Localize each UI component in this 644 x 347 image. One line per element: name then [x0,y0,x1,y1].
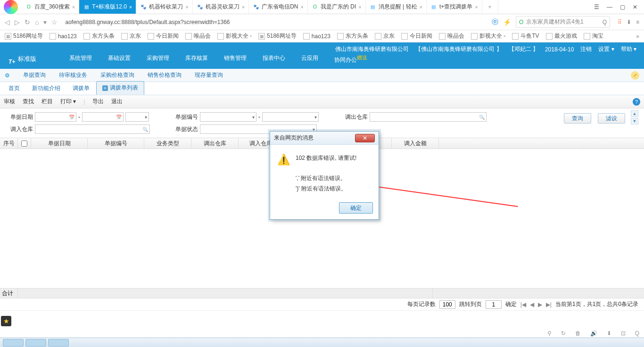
menu-item[interactable]: 销售管理 [224,54,247,64]
col-docno[interactable]: 单据编号 [88,138,144,149]
toolbar-print[interactable]: 打印 ▾ [60,98,76,106]
prev-page-icon[interactable]: ◀ [530,301,534,308]
dialog-ok-button[interactable]: 确定 [339,202,373,214]
tool-icon[interactable]: ⊡ [621,330,626,337]
date-to-input[interactable] [82,112,124,122]
first-page-icon[interactable]: |◀ [520,301,526,308]
toolbar-find[interactable]: 查找 [23,98,34,106]
toolbar-exit[interactable]: 退出 [111,98,123,106]
last-page-icon[interactable]: ▶| [546,301,552,308]
col-check[interactable] [18,138,31,149]
close-icon[interactable]: × [420,4,422,10]
close-icon[interactable]: ✕ [633,4,637,10]
filter-button[interactable]: 滤设 [598,113,625,124]
browser-tab[interactable]: 🐾机器铃砍菜刀× [136,0,192,14]
outwh-input[interactable] [370,112,487,122]
bookmark-item[interactable]: 最火游戏 [546,32,577,40]
bookmark-item[interactable]: ▦5186网址导 [258,32,297,40]
jump-page-input[interactable] [486,300,502,309]
browser-tab[interactable]: 🐾广东省电信DN× [249,0,308,14]
menu-item[interactable]: 库存核算 [185,54,208,64]
tool-icon[interactable]: ↻ [561,330,566,337]
page-tab[interactable]: ×调拨单列表 [96,81,144,95]
bookmark-item[interactable]: 影视大全 - [471,32,505,40]
bookmark-item[interactable]: 东方头条 [83,32,115,40]
close-icon[interactable]: × [301,4,304,10]
close-icon[interactable]: × [102,85,108,91]
date-preset-select[interactable] [125,112,149,122]
flash-icon[interactable]: ⚡ [503,18,511,26]
page-tab[interactable]: 新功能介绍 [26,82,66,95]
bookmark-item[interactable]: ▦5186网址导 [5,32,43,40]
close-icon[interactable]: × [185,4,188,10]
reload-icon[interactable]: ↻ [25,18,30,26]
browser-tab[interactable]: 🐾机器灵砍菜刀× [193,0,249,14]
secbar-item[interactable]: 待审核业务 [59,71,87,79]
scroll-down-icon[interactable]: ▼ [631,118,638,124]
toolbar-export[interactable]: 导出 [92,98,104,106]
date-from-input[interactable] [35,112,76,122]
expand-icon[interactable]: ⤢ [631,71,639,80]
scroll-up-icon[interactable]: ▲ [631,110,638,117]
menu-item[interactable]: 基础设置 [108,54,131,64]
gear-icon[interactable]: ⚙ [5,72,10,79]
settings-link[interactable]: 设置 ▾ [598,45,614,53]
home-icon[interactable]: ⌂ [35,18,39,26]
more-icon[interactable]: ≡ [636,19,639,25]
query-button[interactable]: 查询 [564,113,591,124]
minimize-icon[interactable]: — [607,4,612,10]
tool-icon[interactable]: ⚲ [547,330,552,337]
taskbar-item[interactable] [48,339,69,347]
search-icon[interactable]: Q [603,19,607,25]
bookmark-item[interactable]: 影视大全 - [217,32,252,40]
close-icon[interactable]: × [242,4,245,10]
per-page-input[interactable] [439,300,455,309]
tool-icon[interactable]: 🔊 [590,330,597,337]
maximize-icon[interactable]: ▢ [620,4,625,10]
browser-tab[interactable]: ▤T+标准版12.0× [79,0,136,14]
browser-tab[interactable]: ▤消息提醒 | 轻松× [366,0,427,14]
bookmark-item[interactable]: 淘宝 [584,32,603,40]
page-tab[interactable]: 调拨单 [67,82,95,95]
col-biztype[interactable]: 业务类型 [144,138,191,149]
new-tab-button[interactable]: ＋ [482,0,498,14]
bookmark-item[interactable]: 京东 [121,32,141,40]
secbar-item[interactable]: 采购价格查询 [100,71,134,79]
favorite-widget[interactable]: ★ [1,316,11,326]
close-icon[interactable]: × [358,4,361,10]
col-inamt[interactable]: 调入金额 [392,138,439,149]
toolbar-columns[interactable]: 栏目 [41,98,53,106]
select-all-checkbox[interactable] [21,140,27,147]
url-field[interactable]: aofeng8888.gnway.cc:8888/tplus/Default.a… [62,17,487,27]
taskbar-item[interactable] [25,339,46,347]
browser-tab[interactable]: O我是广东的 DI× [308,0,366,14]
toolbar-audit[interactable]: 审核 [4,98,15,106]
close-icon[interactable]: × [475,4,478,10]
browser-tab[interactable]: O百度_360搜索× [22,0,79,14]
logout-link[interactable]: 注销 [580,45,592,53]
bookmark-item[interactable]: 今日新闻 [148,32,179,40]
tool-icon[interactable]: Q [635,330,639,337]
bookmark-item[interactable]: 京东 [375,32,395,40]
bookmark-item[interactable]: 唯品会 [185,32,211,40]
help-icon[interactable]: ? [633,98,640,106]
menu-item[interactable]: 系统管理 [69,54,92,64]
bookmark-item[interactable]: 唯品会 [439,32,464,40]
chevron-down-icon[interactable]: ▾ [43,18,47,26]
menu-item[interactable]: 云应用 [301,54,318,64]
bookmark-item[interactable]: 今日新闻 [401,32,432,40]
pager-ok[interactable]: 确定 [505,300,517,308]
secbar-item[interactable]: 销售价格查询 [148,71,182,79]
bookmark-item[interactable]: hao123 [50,33,77,40]
bookmark-item[interactable]: 东方头条 [337,32,368,40]
apps-icon[interactable]: ⠿ [618,19,622,25]
browser-tab[interactable]: ▤t+查找调拨单× [427,0,482,14]
back-icon[interactable]: ◁ [5,18,10,26]
dialog-titlebar[interactable]: 来自网页的消息 ✕ [270,132,379,145]
dialog-close-button[interactable]: ✕ [355,134,375,142]
bookmark-more-icon[interactable]: » [636,33,639,40]
taskbar-item[interactable] [3,339,24,347]
close-icon[interactable]: × [129,4,132,10]
col-date[interactable]: 单据日期 [31,138,88,149]
page-tab[interactable]: 首页 [3,82,25,95]
